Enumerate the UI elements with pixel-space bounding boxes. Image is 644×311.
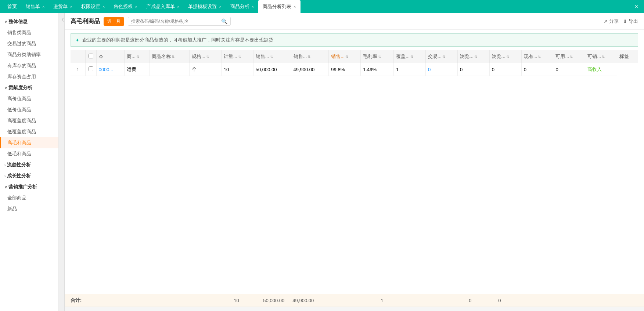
col-current-stock: 现有...⇅ [521, 50, 553, 63]
close-icon[interactable]: × [70, 4, 72, 9]
sort-icon[interactable]: ⇅ [136, 55, 139, 59]
cell-browse1: 0 [426, 63, 458, 76]
footer-available: 0 [496, 298, 525, 303]
export-button[interactable]: ⬇ 导出 [623, 18, 638, 25]
sidebar: ∨ 整体信息 销售类商品 交易过的商品 商品分类助销率 有库存的商品 库存资金占… [0, 13, 59, 311]
footer-cell-empty1 [84, 298, 114, 303]
col-unit: 计量...⇅ [221, 50, 253, 63]
table-header-row: ⚙ 商...⇅ 商品名称⇅ 规格...⇅ 计量...⇅ 销售...⇅ 销售...… [71, 50, 638, 63]
cell-browse2: 0 [457, 63, 489, 76]
sort-icon[interactable]: ⇅ [307, 55, 310, 59]
close-icon[interactable]: × [219, 4, 221, 9]
sidebar-item-sales-goods[interactable]: 销售类商品 [0, 27, 58, 38]
row-checkbox[interactable] [89, 66, 93, 71]
sort-icon[interactable]: ⇅ [410, 55, 413, 59]
sidebar-item-all-goods[interactable]: 全部商品 [0, 192, 58, 203]
sidebar-item-high-margin[interactable]: 高毛利商品 [0, 137, 58, 148]
tab-role-auth[interactable]: 角色授权 × [109, 0, 141, 13]
window-close-button[interactable]: × [632, 3, 641, 10]
sort-icon[interactable]: ⇅ [602, 55, 605, 59]
footer-cell-empty3 [143, 298, 173, 303]
cell-code[interactable]: 0000... [96, 63, 125, 76]
sort-icon[interactable]: ⇅ [206, 55, 209, 59]
sidebar-group-growth[interactable]: › 成长性分析 [0, 170, 58, 181]
col-sellable: 可销...⇅ [585, 50, 617, 63]
chevron-down-icon: ∨ [4, 20, 7, 24]
horizontal-scrollbar[interactable] [65, 307, 644, 311]
sort-icon[interactable]: ⇅ [442, 55, 445, 59]
col-sales-qty: 销售...⇅ [253, 50, 291, 63]
footer-cell-empty9 [437, 298, 467, 303]
sort-icon[interactable]: ⇅ [378, 55, 381, 59]
filter-recent-month-button[interactable]: 近一月 [104, 17, 124, 26]
sort-icon[interactable]: ⇅ [172, 55, 175, 59]
sidebar-toggle-button[interactable]: 《 [59, 13, 65, 311]
sidebar-item-new-goods[interactable]: 新品 [0, 203, 58, 214]
close-icon[interactable]: × [42, 4, 44, 9]
footer-sales-profit: 49,900.00 [290, 298, 320, 303]
sidebar-item-low-margin[interactable]: 低毛利商品 [0, 148, 58, 159]
tab-product-inbound[interactable]: 产成品入库单 × [142, 0, 184, 13]
product-table: ⚙ 商...⇅ 商品名称⇅ 规格...⇅ 计量...⇅ 销售...⇅ 销售...… [71, 50, 638, 76]
sidebar-group-contribution[interactable]: ∨ 贡献度分析 [0, 82, 58, 93]
footer-sales-qty: 10 [231, 298, 261, 303]
footer-cell-empty4 [173, 298, 202, 303]
share-button[interactable]: ↗ 分享 [604, 18, 619, 25]
close-icon[interactable]: × [177, 4, 179, 9]
info-icon: ✦ [75, 37, 79, 43]
close-icon[interactable]: × [135, 4, 137, 9]
sidebar-item-in-stock-goods[interactable]: 有库存的商品 [0, 60, 58, 71]
chevron-down-icon: ∨ [4, 86, 7, 90]
tab-doc-template[interactable]: 单据模板设置 × [184, 0, 226, 13]
search-icon: 🔍 [221, 18, 227, 24]
col-code: 商...⇅ [125, 50, 150, 63]
sidebar-group-overview[interactable]: ∨ 整体信息 [0, 16, 58, 27]
collapse-icon: 《 [60, 17, 64, 23]
col-tag: 标签 [617, 50, 638, 63]
sidebar-item-stock-capital[interactable]: 库存资金占用 [0, 71, 58, 82]
sort-icon[interactable]: ⇅ [538, 55, 541, 59]
close-icon[interactable]: × [102, 4, 105, 9]
cell-gross-rate: 99.8% [329, 63, 361, 76]
sort-icon[interactable]: ⇅ [506, 55, 509, 59]
cell-tag: 高收入 [585, 63, 617, 76]
tab-permission-settings[interactable]: 权限设置 × [77, 0, 109, 13]
cell-spec [150, 63, 190, 76]
sort-icon[interactable]: ⇅ [570, 55, 573, 59]
select-all-checkbox[interactable] [89, 54, 93, 58]
tab-purchase-order[interactable]: 进货单 × [49, 0, 76, 13]
chevron-right-icon: › [4, 163, 6, 167]
sidebar-item-low-coverage[interactable]: 低覆盖度商品 [0, 126, 58, 137]
col-trans: 交易...⇅ [426, 50, 458, 63]
tab-product-analysis-list[interactable]: 商品分析列表 × [258, 0, 300, 13]
header-actions: ↗ 分享 ⬇ 导出 [604, 18, 638, 25]
sidebar-item-high-coverage[interactable]: 高覆盖度商品 [0, 115, 58, 126]
tab-product-analysis[interactable]: 商品分析 × [226, 0, 258, 13]
sidebar-item-high-value[interactable]: 高价值商品 [0, 93, 58, 104]
cell-sales-qty: 10 [221, 63, 253, 76]
close-icon[interactable]: × [252, 4, 254, 9]
table-row: 1 0000... 运费 个 10 50,000.00 49,900.00 99… [71, 63, 638, 76]
search-input[interactable] [131, 19, 220, 24]
footer-trans: 1 [378, 298, 408, 303]
sidebar-item-category-rate[interactable]: 商品分类助销率 [0, 49, 58, 60]
content-header: 高毛利商品 近一月 🔍 ↗ 分享 ⬇ 导出 [65, 13, 644, 30]
sidebar-item-low-value[interactable]: 低价值商品 [0, 104, 58, 115]
sort-icon[interactable]: ⇅ [270, 55, 273, 59]
sidebar-item-traded-goods[interactable]: 交易过的商品 [0, 38, 58, 49]
sidebar-group-marketing[interactable]: ∨ 营销推广分析 [0, 181, 58, 192]
sort-icon[interactable]: ⇅ [345, 55, 348, 59]
close-icon[interactable]: × [294, 4, 296, 9]
col-settings[interactable]: ⚙ [96, 50, 125, 63]
info-text: 企业的主要的利润都是这部分商品创造的，可考虑加大推广，同时关注库存是不要出现缺货 [82, 37, 273, 43]
page-title: 高毛利商品 [71, 18, 100, 25]
sort-icon[interactable]: ⇅ [474, 55, 477, 59]
tab-sales-order[interactable]: 销售单 × [21, 0, 49, 13]
sidebar-group-trend[interactable]: › 流趋性分析 [0, 159, 58, 170]
cell-sellable: 0 [553, 63, 585, 76]
tab-home[interactable]: 首页 [3, 0, 21, 13]
search-box: 🔍 [128, 17, 231, 26]
sort-icon[interactable]: ⇅ [238, 55, 241, 59]
footer-cell-empty2 [114, 298, 143, 303]
col-name: 商品名称⇅ [150, 50, 190, 63]
